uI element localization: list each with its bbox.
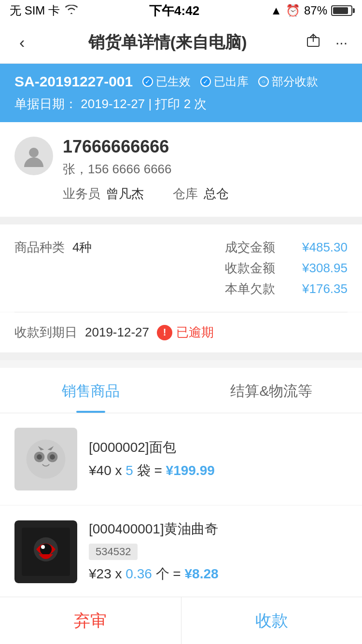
product-placeholder-1 [14,428,77,490]
battery-percent: 87% [304,4,327,17]
cancel-button[interactable]: 弃审 [0,597,181,644]
status-time: 下午4:42 [149,2,199,19]
received-row: 收款金额 ¥308.95 [225,260,348,277]
svg-point-6 [50,454,55,460]
due-date: 2019-12-27 [85,325,149,340]
nav-bar: ‹ 销货单详情(来自电脑) ··· [0,21,362,64]
owed-value: ¥176.35 [290,281,348,296]
bottom-bar: 弃审 收款 [0,597,362,644]
product-image-1 [14,428,77,490]
received-label: 收款金额 [225,260,275,277]
svg-point-9 [40,544,52,555]
check-icon-1: ✓ [142,76,153,87]
clock-icon: ○ [258,76,269,87]
tabs-container: 销售商品 结算&物流等 [0,368,362,413]
due-label: 收款到期日 [14,324,77,341]
customer-section: 17666666666 张，156 6666 6666 业务员 曾凡杰 仓库 总… [0,122,362,217]
share-button[interactable] [306,33,321,52]
divider-2 [0,352,362,360]
nav-actions: ··· [306,33,348,52]
confirm-button[interactable]: 收款 [181,597,362,644]
product-item: [0000002]面包 ¥40 x 5 袋 = ¥199.99 [0,413,362,505]
wifi-icon [65,4,78,17]
status-bar: 无 SIM 卡 下午4:42 ▲ ⏰ 87% [0,0,362,21]
transaction-row: 成交金额 ¥485.30 [225,239,348,256]
product-type-stats: 商品种类 4种 [14,239,92,256]
product-sku-2: 534532 [89,544,138,560]
overdue-icon: ! [157,325,172,340]
customer-contact: 张，156 6666 6666 [63,161,348,178]
warehouse-meta: 仓库 总仓 [173,185,229,202]
location-icon: ▲ [270,4,282,17]
overdue-text: 已逾期 [176,324,214,341]
order-banner-top: SA-20191227-001 ✓ 已生效 ✓ 已出库 ○ 部分收款 [14,73,348,90]
product-price-2: ¥23 x 0.36 个 = ¥8.28 [89,565,348,583]
tab-settlement[interactable]: 结算&物流等 [181,368,362,413]
divider-1 [0,217,362,224]
status-badge-1: ✓ 已生效 [142,74,191,89]
product-qty-1: 5 [125,463,133,478]
product-item-2: [000400001]黄油曲奇 534532 ¥23 x 0.36 个 = ¥8… [0,505,362,598]
order-number: SA-20191227-001 [14,73,133,90]
product-image-dark [14,520,77,583]
financial-stats: 成交金额 ¥485.30 收款金额 ¥308.95 本单欠款 ¥176.35 [225,239,348,297]
product-type-label: 商品种类 [14,239,65,256]
more-button[interactable]: ··· [335,34,348,51]
product-price-1: ¥40 x 5 袋 = ¥199.99 [89,462,348,480]
order-banner: SA-20191227-001 ✓ 已生效 ✓ 已出库 ○ 部分收款 单据日期：… [0,64,362,122]
product-type-value: 4种 [72,239,92,256]
svg-point-1 [29,148,39,157]
product-image-2 [14,520,77,583]
customer-id: 17666666666 [63,137,348,157]
product-name-1: [0000002]面包 [89,438,348,457]
sales-meta: 业务员 曾凡杰 [63,185,144,202]
sales-name: 曾凡杰 [106,185,144,202]
tab-sales-products[interactable]: 销售商品 [0,368,181,413]
svg-point-10 [41,545,45,549]
status-right: ▲ ⏰ 87% [270,4,352,17]
products-list: [0000002]面包 ¥40 x 5 袋 = ¥199.99 [0,413,362,598]
status-badge-2: ✓ 已出库 [200,74,249,89]
alarm-icon: ⏰ [286,4,300,17]
customer-meta: 业务员 曾凡杰 仓库 总仓 [63,185,348,202]
received-value: ¥308.95 [290,261,348,276]
product-name-2: [000400001]黄油曲奇 [89,520,348,538]
product-qty-2: 0.36 [125,566,152,581]
status-badge-3: ○ 部分收款 [258,74,318,89]
warehouse-name: 总仓 [204,185,229,202]
check-icon-2: ✓ [200,76,211,87]
status-left: 无 SIM 卡 [10,3,78,18]
order-date: 单据日期： 2019-12-27 | 打印 2 次 [14,96,348,112]
owed-label: 本单欠款 [225,280,275,297]
product-total-2: ¥8.28 [184,566,218,581]
svg-point-2 [27,440,66,479]
page-title: 销货单详情(来自电脑) [88,31,247,54]
transaction-value: ¥485.30 [290,240,348,255]
tabs: 销售商品 结算&物流等 [0,368,362,413]
carrier-text: 无 SIM 卡 [10,3,60,18]
overdue-badge: ! 已逾期 [157,324,214,341]
customer-avatar [14,137,53,175]
svg-point-5 [37,454,42,460]
back-button[interactable]: ‹ [14,28,29,56]
owed-row: 本单欠款 ¥176.35 [225,280,348,297]
product-info-1: [0000002]面包 ¥40 x 5 袋 = ¥199.99 [89,438,348,480]
battery-icon [331,5,352,16]
stats-section: 商品种类 4种 成交金额 ¥485.30 收款金额 ¥308.95 本单欠款 ¥… [0,224,362,312]
due-section: 收款到期日 2019-12-27 ! 已逾期 [0,312,362,352]
transaction-label: 成交金额 [225,239,275,256]
product-info-2: [000400001]黄油曲奇 534532 ¥23 x 0.36 个 = ¥8… [89,520,348,583]
product-total-1: ¥199.99 [166,463,215,478]
customer-info: 17666666666 张，156 6666 6666 业务员 曾凡杰 仓库 总… [63,137,348,202]
